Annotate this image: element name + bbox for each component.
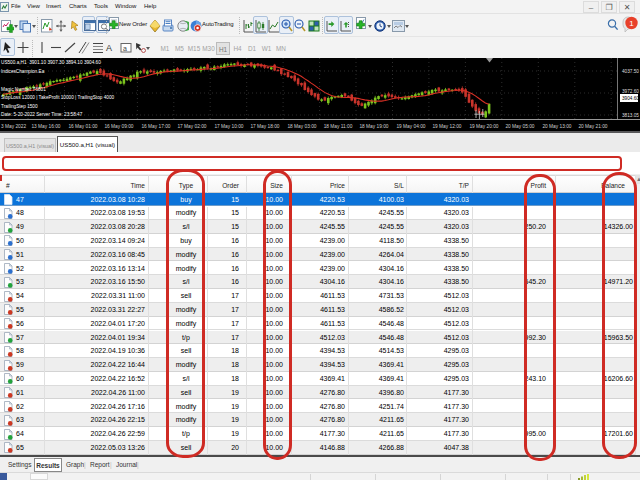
svg-text:IndicesChampion.Ea: IndicesChampion.Ea xyxy=(1,69,45,74)
svg-text:3972.60: 3972.60 xyxy=(622,89,639,94)
svg-text:20 May 21:00: 20 May 21:00 xyxy=(578,124,607,129)
svg-text:Date: 5-20-2022 Server Time: 2: Date: 5-20-2022 Server Time: 23:58:47 xyxy=(1,112,83,117)
svg-text:US500.a,H1 3901.10 3907.30 38: US500.a,H1 3901.10 3907.30 3894.10 3904.… xyxy=(1,60,101,65)
svg-text:20 May 13:00: 20 May 13:00 xyxy=(542,124,571,129)
svg-text:19 May 12:00: 19 May 12:00 xyxy=(432,124,461,129)
svg-text:18 May 19:00: 18 May 19:00 xyxy=(359,124,388,129)
svg-text:1: 1 xyxy=(629,19,634,28)
svg-text:3813.05: 3813.05 xyxy=(622,113,639,118)
svg-text:20 May 05:00: 20 May 05:00 xyxy=(505,124,534,129)
svg-text:16 May 09:00: 16 May 09:00 xyxy=(104,124,133,129)
svg-text:17 May 18:00: 17 May 18:00 xyxy=(250,124,279,129)
svg-text:19 May 20:00: 19 May 20:00 xyxy=(469,124,498,129)
svg-text:18 May 11:00: 18 May 11:00 xyxy=(324,124,353,129)
svg-text:16 May 01:00: 16 May 01:00 xyxy=(68,124,97,129)
svg-text:17 May 02:00: 17 May 02:00 xyxy=(177,124,206,129)
svg-text:3 May 2022: 3 May 2022 xyxy=(1,124,26,129)
svg-text:13 May 16:00: 13 May 16:00 xyxy=(31,124,60,129)
svg-text:StopLoss 12000 | TakeProfit 10: StopLoss 12000 | TakeProfit 10000 | Trai… xyxy=(1,95,114,100)
svg-text:17 May 10:00: 17 May 10:00 xyxy=(214,124,243,129)
svg-text:4037.50: 4037.50 xyxy=(622,69,639,74)
svg-text:Magic Number 76801: Magic Number 76801 xyxy=(1,87,46,92)
svg-text:19 May 04:00: 19 May 04:00 xyxy=(396,124,425,129)
svg-text:TrailingStep 1500: TrailingStep 1500 xyxy=(1,104,38,109)
svg-text:16 May 17:00: 16 May 17:00 xyxy=(141,124,170,129)
svg-text:18 May 03:00: 18 May 03:00 xyxy=(287,124,316,129)
svg-text:a: a xyxy=(123,45,127,52)
svg-text:3904.60: 3904.60 xyxy=(622,96,639,101)
